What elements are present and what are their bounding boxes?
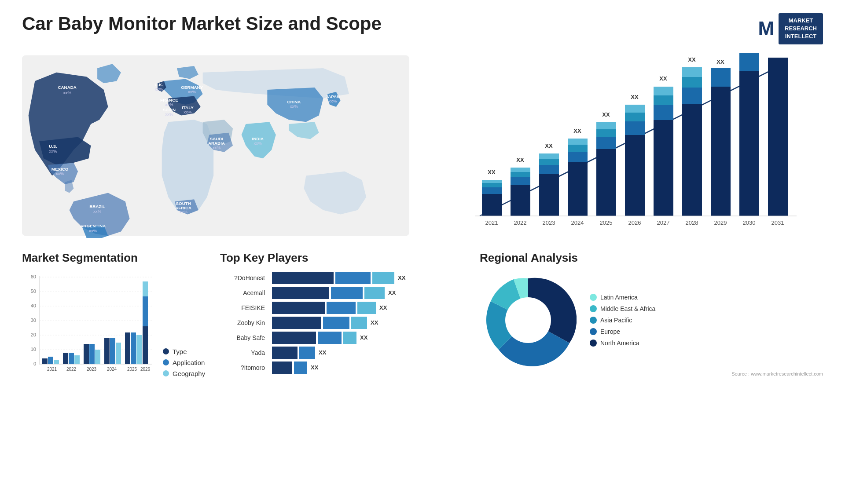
svg-rect-124 xyxy=(116,343,121,364)
legend-application-dot xyxy=(163,359,169,365)
svg-text:2022: 2022 xyxy=(514,219,527,226)
player-name: FEISIKE xyxy=(220,304,268,311)
svg-rect-115 xyxy=(69,353,74,364)
player-name: Acemall xyxy=(220,289,268,296)
svg-text:xx%: xx% xyxy=(254,141,262,146)
bar-seg3 xyxy=(364,287,385,299)
svg-text:2023: 2023 xyxy=(543,219,555,226)
svg-text:xx%: xx% xyxy=(213,145,221,150)
north-america-dot xyxy=(590,340,597,347)
svg-text:xx%: xx% xyxy=(179,209,187,214)
bar-seg2 xyxy=(331,287,363,299)
map-container: CANADA xx% U.S. xx% MEXICO xx% BRAZIL xx… xyxy=(22,53,409,238)
player-bar-label: XX xyxy=(319,349,326,356)
svg-text:20: 20 xyxy=(31,332,36,337)
svg-text:2022: 2022 xyxy=(66,367,77,372)
player-name: ?DoHonest xyxy=(220,274,268,281)
svg-rect-111 xyxy=(48,357,53,364)
svg-text:2026: 2026 xyxy=(628,219,641,226)
svg-rect-35 xyxy=(482,194,502,216)
svg-rect-110 xyxy=(42,358,48,364)
player-bar: XX xyxy=(272,287,467,299)
player-bar: XX xyxy=(272,362,467,374)
svg-rect-114 xyxy=(63,353,68,364)
logo-box: MARKET RESEARCH INTELLECT xyxy=(779,13,823,44)
source-text: Source : www.marketresearchintellect.com xyxy=(480,371,823,376)
svg-rect-78 xyxy=(739,71,759,216)
bar-seg1 xyxy=(272,347,298,359)
svg-rect-133 xyxy=(143,296,148,326)
player-bar: XX xyxy=(272,332,467,344)
svg-rect-71 xyxy=(682,88,702,104)
svg-rect-42 xyxy=(511,172,530,177)
regional-inner: Latin America Middle East & Africa Asia … xyxy=(480,272,823,369)
legend-geography-dot xyxy=(163,370,169,376)
legend-application-label: Application xyxy=(173,359,205,366)
svg-rect-80 xyxy=(768,58,788,216)
svg-rect-57 xyxy=(596,129,616,137)
svg-text:2031: 2031 xyxy=(772,219,784,226)
segmentation-chart: 0 10 20 30 40 50 60 xyxy=(22,272,154,377)
reg-legend-middle-east: Middle East & Africa xyxy=(590,305,655,312)
player-bar-label: XX xyxy=(311,364,318,371)
top-players: Top Key Players ?DoHonest XX Acemall xyxy=(220,251,467,377)
bar-seg3 xyxy=(343,332,356,344)
legend-type-label: Type xyxy=(173,348,187,355)
asia-pacific-label: Asia Pacific xyxy=(600,317,632,324)
svg-rect-52 xyxy=(568,145,588,152)
svg-rect-58 xyxy=(596,122,616,129)
svg-rect-56 xyxy=(596,137,616,149)
player-list: ?DoHonest XX Acemall XX xyxy=(220,272,467,374)
svg-text:CANADA: CANADA xyxy=(58,84,77,89)
legend-geography: Geography xyxy=(163,370,205,377)
svg-text:xx%: xx% xyxy=(329,99,337,103)
legend-type: Type xyxy=(163,348,205,355)
bar-seg2 xyxy=(327,302,356,314)
svg-text:xx%: xx% xyxy=(93,208,102,213)
bar-seg1 xyxy=(272,332,316,344)
player-row: Yada XX xyxy=(220,347,467,359)
svg-text:2029: 2029 xyxy=(714,219,727,226)
latin-america-dot xyxy=(590,294,597,301)
svg-point-135 xyxy=(505,297,551,343)
bar-seg1 xyxy=(272,302,325,314)
svg-text:U.S.: U.S. xyxy=(49,143,57,148)
top-section: CANADA xx% U.S. xx% MEXICO xx% BRAZIL xx… xyxy=(22,53,823,238)
legend-application: Application xyxy=(163,359,205,366)
legend-geography-label: Geography xyxy=(173,370,205,377)
svg-text:XX: XX xyxy=(631,94,639,100)
svg-rect-119 xyxy=(89,344,95,364)
svg-rect-55 xyxy=(596,149,616,216)
page-container: Car Baby Monitor Market Size and Scope M… xyxy=(0,0,845,504)
svg-text:XX: XX xyxy=(545,142,553,149)
player-name: ?Itomoro xyxy=(220,364,268,371)
svg-text:2026: 2026 xyxy=(140,367,151,372)
player-row: ?DoHonest XX xyxy=(220,272,467,284)
svg-rect-62 xyxy=(625,113,645,121)
svg-text:XX: XX xyxy=(602,111,610,118)
svg-rect-116 xyxy=(74,355,80,364)
regional-legend: Latin America Middle East & Africa Asia … xyxy=(590,294,655,347)
regional-title: Regional Analysis xyxy=(480,251,823,265)
svg-rect-127 xyxy=(131,332,136,364)
player-bar-label: XX xyxy=(388,289,396,296)
legend-type-dot xyxy=(163,348,169,354)
svg-text:0: 0 xyxy=(33,361,36,366)
top-players-title: Top Key Players xyxy=(220,251,467,265)
svg-rect-76 xyxy=(711,68,731,87)
player-bar-label: XX xyxy=(360,334,367,341)
svg-text:XX: XX xyxy=(688,56,696,63)
svg-text:xx%: xx% xyxy=(63,90,71,95)
svg-text:XX: XX xyxy=(516,157,524,163)
svg-text:2025: 2025 xyxy=(600,219,613,226)
latin-america-label: Latin America xyxy=(600,294,638,301)
player-row: FEISIKE XX xyxy=(220,302,467,314)
svg-rect-37 xyxy=(482,183,502,187)
svg-text:2025: 2025 xyxy=(127,367,137,372)
player-row: Zooby Kin XX xyxy=(220,317,467,329)
segmentation-legend: Type Application Geography xyxy=(158,348,205,377)
bar-seg2 xyxy=(294,362,307,374)
reg-legend-europe: Europe xyxy=(590,328,655,335)
svg-rect-122 xyxy=(104,338,110,364)
europe-label: Europe xyxy=(600,328,620,335)
